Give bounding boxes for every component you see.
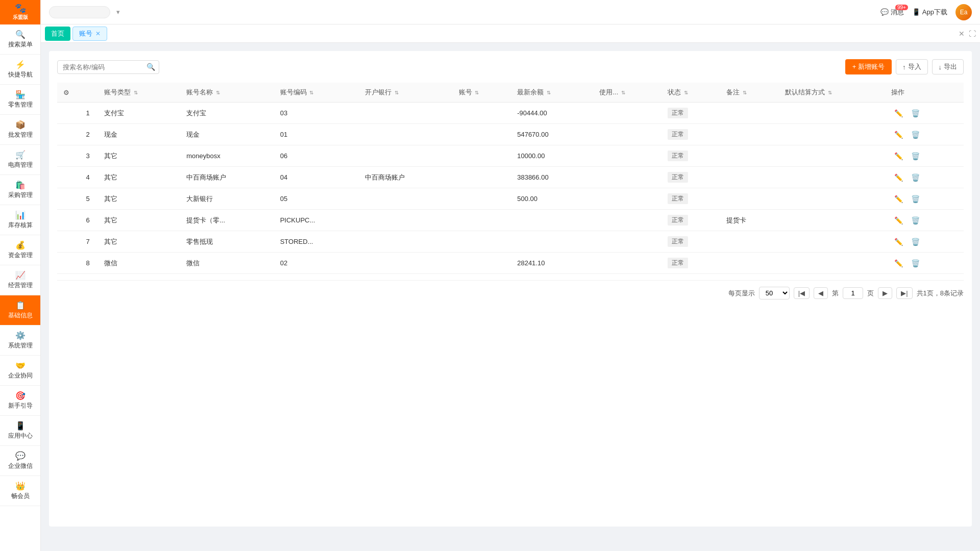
edit-button[interactable]: ✏️ xyxy=(891,258,906,268)
row-account-code-cell: PICKUPC... xyxy=(274,210,359,231)
col-settings[interactable]: ⚙ xyxy=(57,83,78,103)
sidebar-item-ecommerce-mgmt[interactable]: 🛒 电商管理 xyxy=(0,145,40,175)
edit-button[interactable]: ✏️ xyxy=(891,215,906,226)
col-bank[interactable]: 开户银行 ⇅ xyxy=(359,83,452,103)
sidebar-item-newcomer-guide[interactable]: 🎯 新手引导 xyxy=(0,386,40,416)
sidebar-item-basic-info[interactable]: 📋 基础信息 xyxy=(0,295,40,325)
account-search-input[interactable] xyxy=(57,60,159,74)
sidebar-item-member[interactable]: 👑 畅会员 xyxy=(0,476,40,506)
search-icon[interactable]: 🔍 xyxy=(146,63,155,71)
page-number-input[interactable] xyxy=(843,287,863,299)
col-latest-balance[interactable]: 最新余额 ⇅ xyxy=(511,83,593,103)
pagination-bar: 每页显示 50 20 100 |◀ ◀ 第 页 ▶ ▶| 共1页，8条记录 xyxy=(57,280,964,299)
dropdown-icon[interactable]: ▾ xyxy=(116,8,120,16)
sidebar-item-enterprise-agreement[interactable]: 🤝 企业协同 xyxy=(0,356,40,386)
col-default-settlement[interactable]: 默认结算方式 ⇅ xyxy=(779,83,885,103)
sidebar-item-label: 系统管理 xyxy=(2,341,38,350)
prev-page-button[interactable]: ◀ xyxy=(814,287,828,299)
logo-icon: 🐾 xyxy=(15,4,26,13)
delete-button[interactable]: 🗑️ xyxy=(908,172,923,183)
header-right: 💬 消息 99+ 📱 App下载 Ea xyxy=(880,4,972,20)
tab-account[interactable]: 账号 ✕ xyxy=(72,27,107,41)
row-latest-balance-cell: 547670.00 xyxy=(511,124,593,145)
delete-button[interactable]: 🗑️ xyxy=(908,108,923,118)
row-status-cell: 正常 xyxy=(662,167,720,188)
row-account-code-cell: 05 xyxy=(274,188,359,210)
tab-maximize-button[interactable]: ⛶ xyxy=(969,30,976,38)
retail-icon: 🏪 xyxy=(2,90,38,99)
sidebar-item-wholesale-mgmt[interactable]: 📦 批发管理 xyxy=(0,115,40,145)
edit-button[interactable]: ✏️ xyxy=(891,151,906,161)
row-num-cell: 7 xyxy=(78,231,98,253)
col-account-type[interactable]: 账号类型 ⇅ xyxy=(98,83,180,103)
row-action-cell: ✏️ 🗑️ xyxy=(885,188,964,210)
import-button[interactable]: ↑ 导入 xyxy=(896,59,928,74)
sidebar-item-retail-mgmt[interactable]: 🏪 零售管理 xyxy=(0,85,40,115)
sidebar-item-inventory-calc[interactable]: 📊 库存核算 xyxy=(0,205,40,235)
col-status[interactable]: 状态 ⇅ xyxy=(662,83,720,103)
row-bank-cell xyxy=(359,103,452,124)
edit-button[interactable]: ✏️ xyxy=(891,172,906,183)
row-settings-cell xyxy=(57,210,78,231)
col-account-number[interactable]: 账号 ⇅ xyxy=(453,83,511,103)
tab-home[interactable]: 首页 xyxy=(45,27,70,41)
row-usage-cell xyxy=(593,210,662,231)
edit-button[interactable]: ✏️ xyxy=(891,108,906,118)
edit-button[interactable]: ✏️ xyxy=(891,130,906,140)
sidebar-item-label: 搜索菜单 xyxy=(2,40,38,49)
delete-button[interactable]: 🗑️ xyxy=(908,151,923,161)
sidebar-item-business-mgmt[interactable]: 📈 经营管理 xyxy=(0,265,40,295)
table-row: 1 支付宝 支付宝 03 -90444.00 正常 ✏️ 🗑️ xyxy=(57,103,964,124)
row-action-cell: ✏️ 🗑️ xyxy=(885,253,964,274)
sidebar-item-capital-mgmt[interactable]: 💰 资金管理 xyxy=(0,235,40,265)
status-badge: 正常 xyxy=(668,151,688,161)
delete-button[interactable]: 🗑️ xyxy=(908,194,923,204)
sidebar-item-label: 经营管理 xyxy=(2,281,38,290)
sidebar-item-label: 资金管理 xyxy=(2,251,38,260)
row-account-code-cell: 01 xyxy=(274,124,359,145)
col-account-name[interactable]: 账号名称 ⇅ xyxy=(180,83,274,103)
guide-icon: 🎯 xyxy=(2,391,38,400)
col-account-code[interactable]: 账号编码 ⇅ xyxy=(274,83,359,103)
next-page-button[interactable]: ▶ xyxy=(878,287,892,299)
page-size-label: 每页显示 xyxy=(728,289,755,298)
row-remark-cell xyxy=(720,253,778,274)
wechat-icon: 💬 xyxy=(2,451,38,461)
sidebar-item-search-menu[interactable]: 🔍 搜索菜单 xyxy=(0,24,40,55)
row-bank-cell xyxy=(359,124,452,145)
delete-button[interactable]: 🗑️ xyxy=(908,215,923,226)
sidebar-item-system-mgmt[interactable]: ⚙️ 系统管理 xyxy=(0,325,40,356)
quick-nav-icon: ⚡ xyxy=(2,60,38,69)
row-default-settlement-cell xyxy=(779,145,885,167)
delete-button[interactable]: 🗑️ xyxy=(908,258,923,268)
sidebar-item-enterprise-wechat[interactable]: 💬 企业微信 xyxy=(0,446,40,476)
add-account-button[interactable]: + 新增账号 xyxy=(845,59,892,74)
sidebar-item-purchase-mgmt[interactable]: 🛍️ 采购管理 xyxy=(0,175,40,205)
import-label: 导入 xyxy=(908,62,921,71)
row-action-cell: ✏️ 🗑️ xyxy=(885,210,964,231)
message-badge: 99+ xyxy=(895,5,908,10)
delete-button[interactable]: 🗑️ xyxy=(908,237,923,247)
top-search-input[interactable] xyxy=(49,6,110,18)
sidebar-item-app-center[interactable]: 📱 应用中心 xyxy=(0,416,40,446)
row-account-type-cell: 支付宝 xyxy=(98,103,180,124)
row-account-number-cell xyxy=(453,124,511,145)
user-avatar[interactable]: Ea xyxy=(955,4,972,20)
page-size-select[interactable]: 50 20 100 xyxy=(759,287,790,299)
row-remark-cell xyxy=(720,231,778,253)
col-remark[interactable]: 备注 ⇅ xyxy=(720,83,778,103)
app-download-button[interactable]: 📱 App下载 xyxy=(912,8,947,17)
status-badge: 正常 xyxy=(668,108,688,118)
row-usage-cell xyxy=(593,145,662,167)
message-button[interactable]: 💬 消息 99+ xyxy=(880,8,904,17)
export-button[interactable]: ↓ 导出 xyxy=(932,59,964,74)
tab-close-all-button[interactable]: ✕ xyxy=(959,30,965,38)
edit-button[interactable]: ✏️ xyxy=(891,194,906,204)
col-usage[interactable]: 使用... ⇅ xyxy=(593,83,662,103)
tab-close-button[interactable]: ✕ xyxy=(95,30,101,37)
first-page-button[interactable]: |◀ xyxy=(794,287,810,299)
delete-button[interactable]: 🗑️ xyxy=(908,130,923,140)
sidebar-item-quick-nav[interactable]: ⚡ 快捷导航 xyxy=(0,55,40,85)
edit-button[interactable]: ✏️ xyxy=(891,237,906,247)
last-page-button[interactable]: ▶| xyxy=(896,287,912,299)
